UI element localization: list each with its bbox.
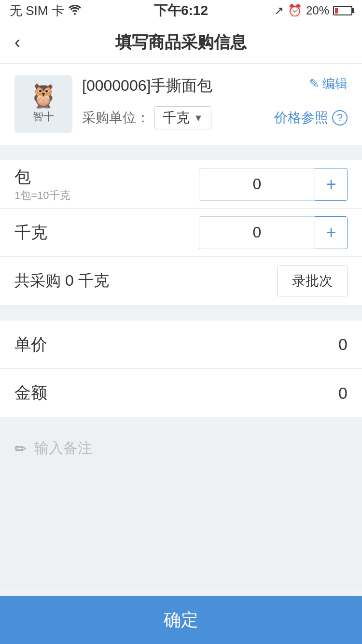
kilogram-plus-button[interactable]: +	[315, 216, 348, 249]
edit-icon: ✎	[309, 76, 320, 91]
price-ref-button[interactable]: 价格参照 ?	[274, 109, 348, 127]
status-bar-right: ↗ ⏰ 20%	[274, 4, 352, 17]
page-title: 填写商品采购信息	[115, 31, 247, 54]
status-bar-left: 无 SIM 卡	[10, 2, 82, 19]
bao-input-row: 包 1包=10千克 0 +	[0, 160, 362, 209]
summary-text: 共采购 0 千克	[14, 270, 109, 292]
confirm-button[interactable]: 确定	[0, 596, 362, 644]
unit-price-value: 0	[338, 335, 348, 354]
product-image: 🦉 智十	[14, 75, 72, 133]
bao-input[interactable]: 0	[199, 168, 315, 201]
price-ref-icon: ?	[332, 110, 348, 126]
unit-price-label: 单价	[14, 334, 47, 356]
status-bar: 无 SIM 卡 下午6:12 ↗ ⏰ 20%	[0, 0, 362, 21]
battery-percent: 20%	[306, 4, 329, 17]
divider-2	[0, 305, 362, 313]
bao-plus-button[interactable]: +	[315, 168, 348, 201]
bao-sub-label: 1包=10千克	[14, 188, 92, 203]
kilogram-label-container: 千克	[14, 222, 92, 244]
bao-label-container: 包 1包=10千克	[14, 166, 92, 203]
divider-1	[0, 153, 362, 160]
bao-field-wrapper: 0 +	[92, 168, 348, 201]
batch-button[interactable]: 录批次	[277, 266, 348, 296]
confirm-label: 确定	[164, 608, 198, 632]
input-section: 包 1包=10千克 0 + 千克 0 +	[0, 160, 362, 257]
note-icon: ✏	[14, 440, 27, 457]
unit-value: 千克	[163, 109, 190, 127]
edit-button[interactable]: ✎ 编辑	[309, 75, 348, 92]
product-info: [0000006]手撕面包 ✎ 编辑 采购单位： 千克 ▼ 价格参照 ?	[82, 75, 348, 129]
product-name: [0000006]手撕面包	[82, 75, 212, 97]
unit-select-arrow: ▼	[194, 112, 203, 124]
kilogram-input[interactable]: 0	[199, 216, 315, 249]
nav-bar: ‹ 填写商品采购信息	[0, 21, 362, 64]
amount-label: 金额	[14, 382, 47, 404]
wifi-icon	[68, 3, 82, 18]
product-image-subtext: 智十	[33, 110, 54, 124]
summary-row: 共采购 0 千克 录批次	[0, 257, 362, 305]
status-bar-time: 下午6:12	[154, 1, 208, 20]
unit-row: 采购单位： 千克 ▼ 价格参照 ?	[82, 106, 348, 129]
carrier-text: 无 SIM 卡	[10, 2, 64, 19]
battery-indicator	[333, 6, 352, 15]
bao-label: 包	[14, 166, 92, 188]
alarm-icon: ⏰	[288, 4, 302, 17]
note-input[interactable]: 输入备注	[34, 438, 92, 458]
unit-select[interactable]: 千克 ▼	[154, 106, 211, 129]
kilogram-field-wrapper: 0 +	[92, 216, 348, 249]
back-button[interactable]: ‹	[14, 32, 20, 53]
unit-label: 采购单位：	[82, 109, 150, 127]
product-image-owl: 🦉	[29, 84, 58, 108]
price-section: 单价 0 金额 0	[0, 321, 362, 417]
kilogram-input-row: 千克 0 +	[0, 209, 362, 257]
note-section[interactable]: ✏ 输入备注	[0, 425, 362, 589]
product-name-row: [0000006]手撕面包 ✎ 编辑	[82, 75, 348, 97]
amount-value: 0	[338, 384, 348, 403]
edit-label: 编辑	[322, 75, 348, 92]
amount-row: 金额 0	[0, 369, 362, 417]
price-ref-label: 价格参照	[274, 109, 328, 127]
location-icon: ↗	[274, 4, 284, 17]
product-card: 🦉 智十 [0000006]手撕面包 ✎ 编辑 采购单位： 千克 ▼ 价格参照 …	[0, 64, 362, 145]
kilogram-label: 千克	[14, 222, 92, 244]
unit-price-row: 单价 0	[0, 321, 362, 369]
